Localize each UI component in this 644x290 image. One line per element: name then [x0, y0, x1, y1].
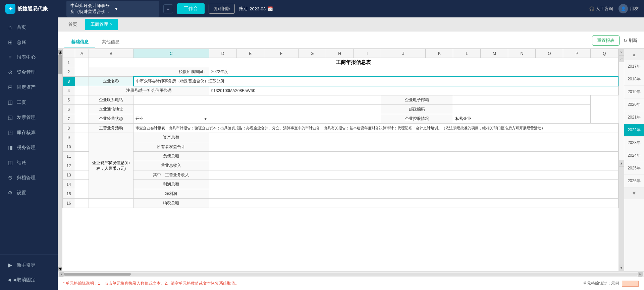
- r5-d[interactable]: [209, 95, 381, 105]
- year-2022[interactable]: 2022年: [624, 124, 644, 137]
- r5-c[interactable]: [133, 95, 209, 105]
- r16-b[interactable]: [89, 199, 133, 208]
- r2-b[interactable]: 税款所属期间：: [89, 67, 209, 77]
- r3-value[interactable]: 中审众环会计师事务所（特殊普通合伙）江苏分所: [133, 77, 618, 86]
- scroll-thumb[interactable]: [58, 54, 62, 74]
- r14-c[interactable]: 利润总额: [133, 180, 209, 189]
- spreadsheet-area[interactable]: A B C D E F G H I J K L: [62, 49, 619, 271]
- r9-a[interactable]: [75, 133, 89, 142]
- calendar-icon[interactable]: 📅: [268, 6, 273, 11]
- r14-val[interactable]: [209, 180, 618, 189]
- h-scroll-left-btn[interactable]: ◄: [59, 272, 64, 277]
- r13-val[interactable]: [209, 170, 618, 180]
- r10-c[interactable]: 所有者权益合计: [133, 142, 209, 152]
- year-nav-up[interactable]: ▲: [624, 49, 644, 60]
- switch-version-button[interactable]: 切到旧版: [209, 4, 235, 14]
- window-close-button[interactable]: ✕: [619, 49, 624, 56]
- r6-d[interactable]: [209, 105, 381, 114]
- scroll-down-right-btn[interactable]: ▼: [619, 265, 624, 271]
- sidebar-item-inventory[interactable]: ◳ 库存核算: [0, 125, 58, 140]
- r12-val[interactable]: [209, 161, 618, 170]
- sidebar-item-close[interactable]: ◫ 结账: [0, 155, 58, 170]
- year-2018[interactable]: 2018年: [624, 73, 644, 86]
- reset-report-button[interactable]: 重置报表: [592, 35, 620, 46]
- r6-j[interactable]: 邮政编码: [381, 105, 453, 114]
- r8-value[interactable]: 审查企业会计报表；出具审计报告；验证企业资本；出具验资报告；办理企业合并、分立、…: [133, 124, 618, 133]
- year-2026[interactable]: 2026年: [624, 175, 644, 188]
- sidebar-item-report[interactable]: ≡ 报表中心: [0, 50, 58, 65]
- r4-value[interactable]: 91320100MA208E5W6K: [209, 86, 618, 95]
- r9-val[interactable]: [209, 133, 618, 142]
- r3-b[interactable]: 企业名称: [89, 77, 133, 86]
- r3-a[interactable]: [75, 77, 89, 86]
- r15-a[interactable]: [75, 189, 89, 199]
- window-expand-button[interactable]: ⤢: [619, 56, 624, 62]
- unpin-item[interactable]: ◄◄ 取消固定: [0, 273, 58, 287]
- year-nav-down[interactable]: ▼: [624, 188, 644, 199]
- r16-c[interactable]: 纳税总额: [133, 199, 209, 208]
- workbench-button[interactable]: 工作台: [177, 3, 205, 14]
- r15-c[interactable]: 净利润: [133, 189, 209, 199]
- sub-tab-basic[interactable]: 基础信息: [64, 36, 95, 48]
- r16-val[interactable]: [209, 199, 618, 208]
- r16-a[interactable]: [75, 199, 89, 208]
- sidebar-item-finance[interactable]: ⊙ 资金管理: [0, 65, 58, 80]
- company-selector[interactable]: 中审众环会计师事务所（特殊普通合伙... ▼: [66, 1, 159, 17]
- sidebar-item-settings[interactable]: ⚙ 设置: [0, 185, 58, 200]
- r11-val[interactable]: [209, 152, 618, 161]
- sidebar-item-ledger[interactable]: ⊞ 总账: [0, 35, 58, 50]
- r1-a[interactable]: [75, 58, 89, 67]
- h-scroll-bar[interactable]: ◄ ►: [58, 271, 644, 277]
- r9-c[interactable]: 资产总额: [133, 133, 209, 142]
- new-guide-item[interactable]: ▶ 新手引导: [0, 258, 58, 273]
- r2-a[interactable]: [75, 67, 89, 77]
- tab-home[interactable]: 首页: [63, 19, 83, 30]
- r11-c[interactable]: 负债总额: [133, 152, 209, 161]
- sub-tab-other[interactable]: 其他信息: [95, 36, 126, 48]
- h-scroll-thumb[interactable]: [64, 273, 131, 276]
- year-2025[interactable]: 2025年: [624, 162, 644, 175]
- h-scroll-right-btn[interactable]: ►: [638, 272, 643, 277]
- r1-title[interactable]: 工商年报信息表: [89, 58, 618, 67]
- refresh-button[interactable]: ↻ 刷新: [624, 38, 637, 44]
- r4-b[interactable]: 注册号/统一社会信用代码: [89, 86, 209, 95]
- scroll-down-btn[interactable]: ▼: [58, 267, 62, 271]
- r13-a[interactable]: [75, 170, 89, 180]
- sidebar-item-asset[interactable]: ⊟ 固定资产: [0, 80, 58, 95]
- r6-b[interactable]: 企业通信地址: [89, 105, 133, 114]
- r14-a[interactable]: [75, 180, 89, 189]
- r7-d[interactable]: [209, 114, 381, 124]
- sidebar-item-archive[interactable]: ⊝ 归档管理: [0, 170, 58, 185]
- r8-b[interactable]: 主营业务活动: [89, 124, 133, 133]
- r2-value[interactable]: 2022年度: [209, 67, 618, 77]
- r6-k[interactable]: [453, 105, 591, 114]
- tab-close-icon[interactable]: ×: [110, 22, 112, 27]
- company-info-button[interactable]: ≡: [163, 4, 173, 13]
- r6-c[interactable]: [133, 105, 209, 114]
- h-scroll-track[interactable]: [64, 273, 638, 276]
- r7-a[interactable]: [75, 114, 89, 124]
- year-2020[interactable]: 2020年: [624, 98, 644, 111]
- r10-a[interactable]: [75, 142, 89, 152]
- r13-c[interactable]: 其中：主营业务收入: [133, 170, 209, 180]
- year-2024[interactable]: 2024年: [624, 149, 644, 162]
- support-button[interactable]: 🎧 人工咨询: [589, 6, 613, 12]
- sidebar-item-home[interactable]: ⌂ 首页: [0, 20, 58, 35]
- r7-c[interactable]: 开业 ▼: [133, 114, 209, 124]
- sidebar-item-tax[interactable]: ◨ 税务管理: [0, 140, 58, 155]
- v-scroll-bar[interactable]: ▲ ▼: [58, 49, 62, 271]
- r5-a[interactable]: [75, 95, 89, 105]
- r10-val[interactable]: [209, 142, 618, 152]
- scroll-up-right-btn[interactable]: ▲: [619, 160, 624, 167]
- r6-a[interactable]: [75, 105, 89, 114]
- year-2023[interactable]: 2023年: [624, 137, 644, 149]
- r5-k[interactable]: [453, 95, 591, 105]
- tab-active[interactable]: 工商管理 ×: [85, 19, 118, 30]
- r7-b[interactable]: 企业经营状态: [89, 114, 133, 124]
- r8-a[interactable]: [75, 124, 89, 133]
- r4-a[interactable]: [75, 86, 89, 95]
- sidebar-item-invoice[interactable]: ◱ 发票管理: [0, 110, 58, 125]
- r12-a[interactable]: [75, 161, 89, 170]
- r11-a[interactable]: [75, 152, 89, 161]
- r12-c[interactable]: 营业总收入: [133, 161, 209, 170]
